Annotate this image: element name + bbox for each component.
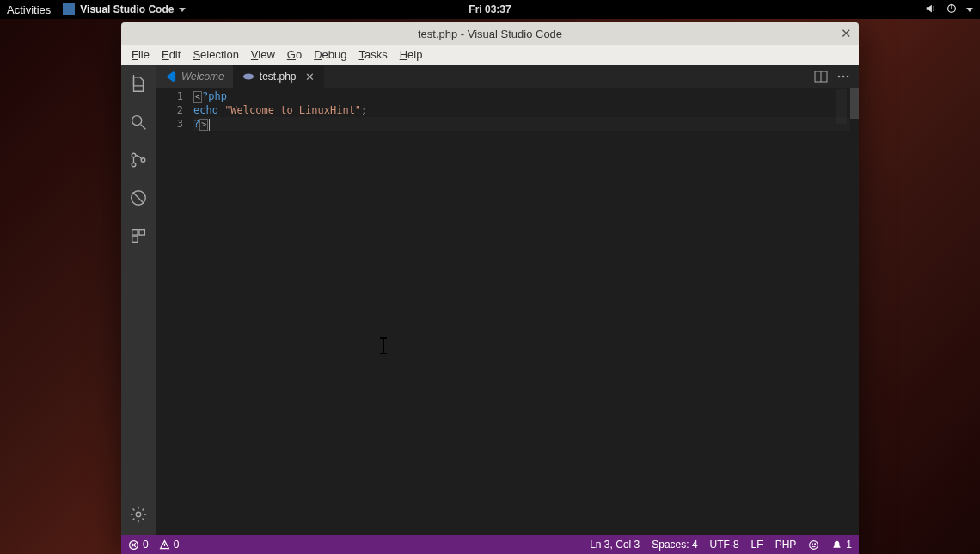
svg-point-5 [132,163,136,167]
menu-view[interactable]: View [246,46,280,63]
chevron-down-icon[interactable] [966,8,973,12]
source-control-icon[interactable] [128,150,149,170]
svg-rect-11 [132,237,138,242]
status-indentation[interactable]: Spaces: 4 [652,539,697,551]
active-app-name: Visual Studio Code [80,3,174,15]
status-feedback-icon[interactable] [808,539,819,551]
menu-tasks[interactable]: Tasks [353,46,392,63]
menu-go[interactable]: Go [282,46,307,63]
line-number: 3 [156,117,183,131]
close-icon[interactable]: ✕ [841,26,852,41]
vertical-scrollbar[interactable] [850,88,859,535]
svg-rect-10 [139,230,144,235]
status-notifications-count: 1 [846,539,852,551]
svg-point-18 [847,76,849,78]
svg-point-25 [815,543,816,544]
svg-point-16 [838,76,841,78]
power-icon[interactable] [946,3,958,17]
text-cursor [209,119,210,131]
status-encoding[interactable]: UTF-8 [710,539,739,551]
tab-welcome[interactable]: Welcome [156,65,234,88]
svg-rect-9 [132,230,138,235]
tab-test-php[interactable]: test.php ✕ [234,65,324,88]
vscode-icon [164,71,176,83]
activity-bar [121,65,156,535]
search-icon[interactable] [128,112,149,132]
svg-point-4 [132,153,136,157]
svg-point-2 [132,116,142,126]
status-errors-count: 0 [143,539,149,551]
volume-icon[interactable] [925,3,937,17]
code-line: ?> [193,117,850,131]
workbench: Welcome test.php ✕ [121,65,859,535]
clock[interactable]: Fri 03:37 [469,3,511,15]
svg-point-24 [812,543,813,544]
active-app-menu[interactable]: Visual Studio Code [63,3,186,15]
menu-bar: File Edit Selection View Go Debug Tasks … [121,45,859,65]
tab-label: test.php [260,71,297,83]
status-warnings[interactable]: 0 [159,539,180,551]
split-editor-icon[interactable] [814,70,828,83]
status-bar: 0 0 Ln 3, Col 3 Spaces: 4 UTF-8 LF PHP 1 [121,535,859,554]
svg-line-8 [133,193,144,204]
window-titlebar[interactable]: test.php - Visual Studio Code ✕ [121,22,859,45]
code-line: <?php [193,89,850,103]
svg-line-3 [141,125,146,130]
debug-icon[interactable] [128,188,149,208]
menu-debug[interactable]: Debug [309,46,352,63]
code-line: echo "Welcome to LinuxHint"; [193,103,850,117]
status-cursor-position[interactable]: Ln 3, Col 3 [590,539,640,551]
mouse-text-cursor [383,339,384,353]
more-actions-icon[interactable] [836,70,850,83]
menu-help[interactable]: Help [395,46,428,63]
scrollbar-thumb[interactable] [850,88,859,119]
status-eol[interactable]: LF [751,539,763,551]
extensions-icon[interactable] [128,225,149,246]
activities-button[interactable]: Activities [7,3,51,16]
editor-area: Welcome test.php ✕ [156,65,859,535]
status-notifications[interactable]: 1 [831,539,852,551]
status-errors[interactable]: 0 [128,539,149,551]
line-number: 1 [156,89,183,103]
menu-selection[interactable]: Selection [187,46,243,63]
svg-point-17 [842,76,845,78]
line-number-gutter: 1 2 3 [156,88,193,535]
svg-point-23 [810,540,818,549]
code-editor[interactable]: 1 2 3 <?php echo "Welcome to LinuxHint";… [156,88,859,535]
editor-tab-bar: Welcome test.php ✕ [156,65,859,88]
php-file-icon [242,71,254,83]
gnome-top-panel: Activities Visual Studio Code Fri 03:37 [0,0,980,19]
explorer-icon[interactable] [128,74,149,95]
svg-point-13 [243,74,254,80]
svg-point-12 [136,512,141,517]
line-number: 2 [156,103,183,117]
tab-label: Welcome [181,71,224,83]
status-language[interactable]: PHP [775,539,797,551]
window-title: test.php - Visual Studio Code [418,28,562,40]
vscode-window: test.php - Visual Studio Code ✕ File Edi… [121,22,859,554]
code-content[interactable]: <?php echo "Welcome to LinuxHint"; ?> [193,88,850,535]
menu-edit[interactable]: Edit [156,46,186,63]
status-warnings-count: 0 [174,539,180,551]
tab-close-icon[interactable]: ✕ [305,71,315,83]
minimap[interactable] [836,89,847,124]
settings-gear-icon[interactable] [128,504,149,525]
chevron-down-icon [179,8,186,12]
menu-file[interactable]: File [126,46,155,63]
vscode-app-icon [63,3,75,15]
